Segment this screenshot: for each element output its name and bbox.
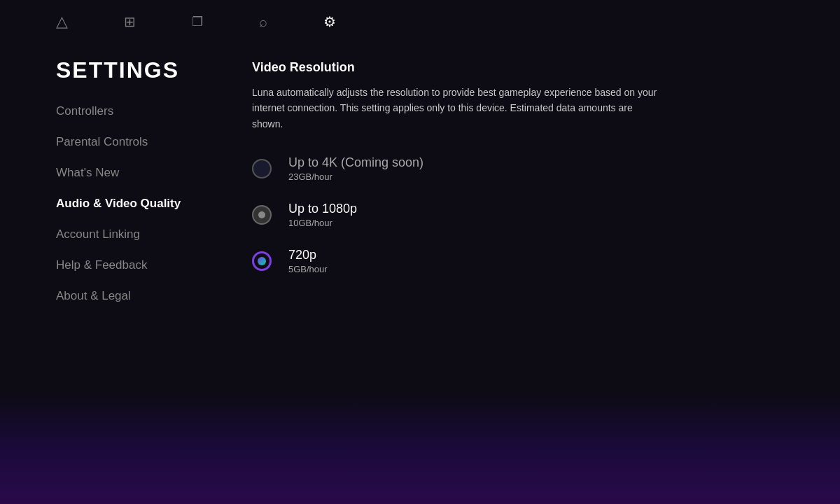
- sidebar: SETTINGS Controllers Parental Controls W…: [56, 57, 210, 303]
- radio-label-1080p: Up to 1080p 10GB/hour: [288, 202, 357, 228]
- sidebar-item-parental-controls[interactable]: Parental Controls: [56, 135, 210, 149]
- grid-icon[interactable]: ⊞: [124, 13, 136, 30]
- radio-label-720p: 720p 5GB/hour: [288, 248, 328, 274]
- resolution-4k-data: 23GB/hour: [288, 172, 424, 182]
- settings-title: SETTINGS: [56, 57, 210, 83]
- radio-circle-4k: [252, 159, 272, 178]
- sidebar-menu: Controllers Parental Controls What's New…: [56, 104, 210, 303]
- radio-circle-1080p: [252, 205, 272, 225]
- radio-label-4k: Up to 4K (Coming soon) 23GB/hour: [288, 155, 424, 182]
- sidebar-item-audio-video-quality[interactable]: Audio & Video Quality: [56, 197, 210, 211]
- resolution-720p-title: 720p: [288, 248, 328, 262]
- resolution-720p-data: 5GB/hour: [288, 264, 328, 274]
- main-content: SETTINGS Controllers Parental Controls W…: [0, 43, 840, 317]
- sidebar-item-about-legal[interactable]: About & Legal: [56, 289, 210, 303]
- top-navigation: △ ⊞ ❐ ⌕ ⚙: [0, 0, 840, 43]
- search-icon[interactable]: ⌕: [259, 14, 267, 30]
- settings-content-panel: Video Resolution Luna automatically adju…: [252, 57, 784, 303]
- resolution-options: Up to 4K (Coming soon) 23GB/hour Up to 1…: [252, 155, 784, 274]
- resolution-option-4k[interactable]: Up to 4K (Coming soon) 23GB/hour: [252, 155, 784, 182]
- section-description: Luna automatically adjusts the resolutio…: [252, 85, 658, 132]
- resolution-option-720p[interactable]: 720p 5GB/hour: [252, 248, 784, 274]
- resolution-1080p-title: Up to 1080p: [288, 202, 357, 216]
- library-icon[interactable]: ❐: [192, 14, 203, 29]
- radio-circle-720p: [252, 251, 272, 271]
- luna-logo-icon[interactable]: △: [56, 13, 68, 31]
- resolution-1080p-data: 10GB/hour: [288, 218, 357, 228]
- section-title: Video Resolution: [252, 60, 784, 75]
- sidebar-item-controllers[interactable]: Controllers: [56, 104, 210, 118]
- resolution-option-1080p[interactable]: Up to 1080p 10GB/hour: [252, 202, 784, 228]
- resolution-4k-title: Up to 4K (Coming soon): [288, 155, 424, 170]
- sidebar-item-whats-new[interactable]: What's New: [56, 166, 210, 180]
- sidebar-item-account-linking[interactable]: Account Linking: [56, 227, 210, 241]
- sidebar-item-help-feedback[interactable]: Help & Feedback: [56, 258, 210, 272]
- settings-icon[interactable]: ⚙: [323, 13, 336, 30]
